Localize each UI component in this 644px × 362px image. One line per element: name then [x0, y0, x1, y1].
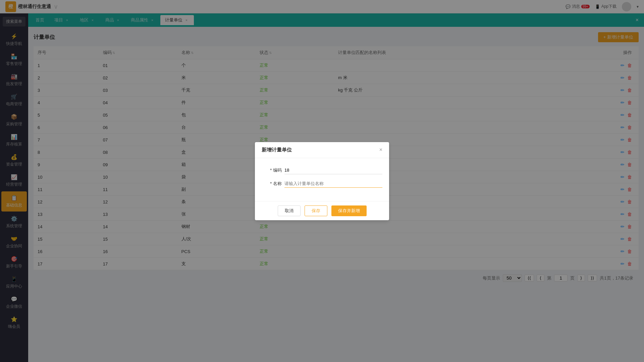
- save-and-new-button[interactable]: 保存并新增: [331, 205, 367, 216]
- modal-footer: 取消 保存 保存并新增: [255, 201, 389, 220]
- cancel-button[interactable]: 取消: [278, 205, 301, 216]
- name-label: * 名称: [262, 181, 282, 187]
- form-row-name: * 名称: [262, 180, 382, 188]
- code-label: * 编码: [262, 167, 282, 173]
- add-unit-modal: 新增计量单位 × * 编码 * 名称 取消 保存 保存并新增: [255, 142, 389, 220]
- name-input[interactable]: [284, 180, 382, 188]
- modal-header: 新增计量单位 ×: [255, 142, 389, 158]
- modal-overlay: 新增计量单位 × * 编码 * 名称 取消 保存 保存并新增: [0, 0, 644, 362]
- code-input[interactable]: [284, 166, 382, 174]
- modal-close-button[interactable]: ×: [379, 147, 382, 153]
- modal-title: 新增计量单位: [262, 147, 292, 153]
- modal-body: * 编码 * 名称: [255, 158, 389, 201]
- form-row-code: * 编码: [262, 166, 382, 174]
- save-button[interactable]: 保存: [305, 205, 327, 216]
